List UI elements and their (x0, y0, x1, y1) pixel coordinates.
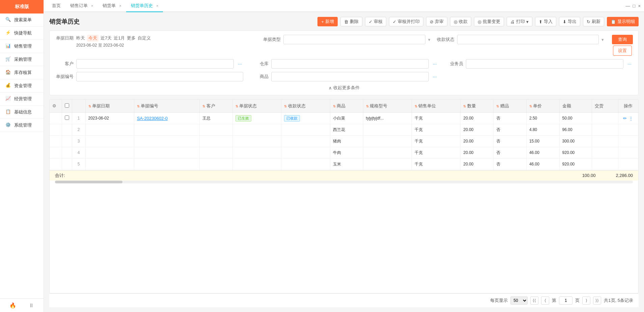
next-page-button[interactable]: ⟩ (582, 296, 590, 305)
sidebar-item-inventory-calc[interactable]: 🏠 库存核算 (0, 66, 44, 79)
per-page-select[interactable]: 50 100 200 (510, 296, 528, 305)
tab-sales-goods-close[interactable]: × (119, 4, 121, 8)
window-maximize-icon[interactable]: □ (633, 3, 636, 8)
date-today[interactable]: 今天 (87, 35, 99, 42)
window-minimize-icon[interactable]: — (626, 3, 630, 8)
footer-nums: 100.00 2,286.00 (582, 173, 633, 178)
tab-sales-order[interactable]: 销售订单 × (65, 0, 98, 12)
sidebar-item-purchase-mgmt[interactable]: 🛒 采购管理 (0, 53, 44, 66)
abandon-button[interactable]: ⊘ 弃审 (426, 17, 447, 26)
tab-sales-history-close[interactable]: × (156, 4, 158, 8)
edit-icon[interactable]: ✏ (623, 116, 627, 121)
sort-icon[interactable]: ⇅ (137, 104, 140, 108)
col-checkbox (62, 100, 72, 112)
doc-no-label: 单据编号 (55, 74, 74, 80)
tab-sales-order-close[interactable]: × (91, 4, 93, 8)
col-sales-unit: ⇅ 销售单位 (412, 100, 460, 112)
audit-print-button[interactable]: ✓ 审核并打印 (389, 17, 423, 26)
col-doc-status: ⇅ 单据状态 (232, 100, 281, 112)
sort-icon[interactable]: ⇅ (235, 104, 238, 108)
date-yesterday[interactable]: 昨天 (76, 35, 85, 41)
date-custom[interactable]: 自定义 (138, 35, 151, 41)
tab-home[interactable]: 首页 (47, 0, 65, 12)
row-customer (200, 158, 233, 170)
date-1month[interactable]: 近1月 (114, 35, 125, 41)
collect-button[interactable]: ◎ 收款 (450, 17, 471, 26)
sidebar-item-quick-nav[interactable]: ⚡ 快捷导航 (0, 27, 44, 40)
sidebar-item-funds-mgmt[interactable]: 💰 资金管理 (0, 79, 44, 93)
scrollbar-track[interactable] (55, 181, 633, 183)
table-settings-icon[interactable]: ⚙ (52, 103, 56, 108)
collect-status-badge: 已收款 (284, 115, 300, 122)
collect-status-select[interactable] (457, 35, 599, 44)
row-doc-status (232, 147, 281, 158)
customer-input[interactable] (76, 59, 234, 69)
customer-dots-button[interactable]: ··· (236, 61, 243, 67)
row-unit-price: 15.00 (526, 135, 559, 147)
row-amount: 50.00 (559, 112, 592, 124)
settings-button[interactable]: 设置 (613, 46, 632, 56)
sort-icon[interactable]: ⇅ (284, 104, 287, 108)
query-button[interactable]: 查询 (612, 35, 633, 44)
sales-staff-input[interactable] (466, 59, 623, 69)
new-button[interactable]: + 新增 (317, 17, 338, 26)
doc-type-dropdown-icon: ▾ (428, 37, 430, 42)
date-7days[interactable]: 近7天 (101, 35, 112, 41)
sidebar-item-system-mgmt[interactable]: ⚙️ 系统管理 (0, 119, 44, 132)
sort-icon[interactable]: ⇅ (415, 104, 417, 108)
tab-sales-goods[interactable]: 销货单 × (98, 0, 126, 12)
prev-page-button[interactable]: ⟨ (541, 296, 549, 305)
customer-label: 客户 (55, 61, 74, 67)
footer-total-label: 合计: (55, 173, 582, 179)
sidebar-item-sales-mgmt[interactable]: 📊 销售管理 (0, 40, 44, 53)
last-page-button[interactable]: ⟩⟩ (593, 296, 601, 305)
sidebar-item-basic-info[interactable]: 📋 基础信息 (0, 106, 44, 119)
scrollbar-thumb[interactable] (55, 181, 122, 183)
doc-no-link[interactable]: SA-20230602-0 (137, 116, 168, 121)
goods-dots-button[interactable]: ··· (431, 74, 438, 79)
sort-icon[interactable]: ⇅ (366, 104, 369, 108)
doc-no-input[interactable] (76, 72, 243, 81)
warehouse-dots-button[interactable]: ··· (431, 61, 438, 67)
sidebar-item-search-menu[interactable]: 🔍 搜索菜单 (0, 14, 44, 27)
row-doc-date (85, 124, 134, 135)
window-close-icon[interactable]: × (638, 3, 641, 8)
first-page-button[interactable]: ⟨⟨ (530, 296, 538, 305)
delete-button[interactable]: 🗑 删除 (340, 17, 362, 26)
fire-icon[interactable]: 🔥 (9, 302, 16, 309)
sort-icon[interactable]: ⇅ (202, 104, 205, 108)
sort-icon[interactable]: ⇅ (496, 104, 499, 108)
doc-type-select[interactable] (283, 35, 425, 44)
tab-sales-history[interactable]: 销货单历史 × (126, 0, 163, 12)
sales-staff-dots-button[interactable]: ··· (626, 61, 633, 67)
pause-icon[interactable]: ⏸ (29, 303, 34, 309)
import-button[interactable]: ⬆ 导入 (535, 17, 556, 26)
details-icon: 📋 (611, 19, 616, 24)
show-details-button[interactable]: 📋 显示明细 (607, 17, 639, 26)
sort-icon[interactable]: ⇅ (463, 104, 466, 108)
refresh-button[interactable]: ↻ 刷新 (583, 17, 604, 26)
row-gift: 否 (494, 135, 527, 147)
more-icon[interactable]: ⋮ (629, 116, 633, 121)
sidebar-item-ops-mgmt[interactable]: 📈 经营管理 (0, 93, 44, 106)
goods-input[interactable] (271, 72, 429, 81)
warehouse-input[interactable] (271, 59, 429, 69)
row-unit-price: 46.00 (526, 158, 559, 170)
select-all-checkbox[interactable] (65, 103, 69, 108)
row-checkbox[interactable] (65, 115, 69, 120)
export-button[interactable]: ⬇ 导出 (559, 17, 580, 26)
sort-icon[interactable]: ⇅ (333, 104, 336, 108)
home-icon: 🏠 (5, 70, 11, 76)
row-settings-col (50, 124, 62, 135)
print-button[interactable]: 🖨 打印 ▾ (507, 17, 532, 26)
batch-change-button[interactable]: ◎ 批量变更 (474, 17, 504, 26)
sort-icon[interactable]: ⇅ (88, 104, 91, 108)
collapse-row[interactable]: ∧ 收起更多条件 (55, 85, 633, 91)
print-dropdown-icon: ▾ (526, 19, 529, 24)
row-goods: 玉米 (330, 158, 363, 170)
page-number-input[interactable] (559, 296, 572, 305)
audit-button[interactable]: ✓ 审核 (365, 17, 386, 26)
row-checkbox-col (62, 135, 72, 147)
sort-icon[interactable]: ⇅ (529, 104, 532, 108)
date-more[interactable]: 更多 (127, 35, 136, 41)
